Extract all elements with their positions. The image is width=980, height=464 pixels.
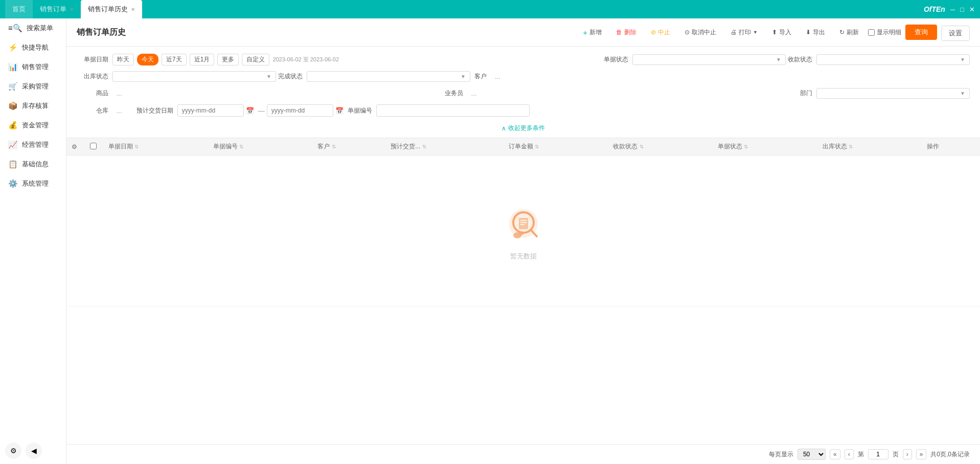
th-operation-label: 操作 xyxy=(927,143,939,150)
sort-amount-icon[interactable]: ⇅ xyxy=(535,144,539,149)
new-button[interactable]: + 新增 xyxy=(578,26,607,39)
first-page-button[interactable]: « xyxy=(830,449,840,459)
next-page-button[interactable]: › xyxy=(903,449,912,459)
th-checkbox[interactable] xyxy=(85,138,103,156)
date-btn-7days[interactable]: 近7天 xyxy=(162,54,187,65)
sidebar-item-operations-label: 经营管理 xyxy=(22,140,49,149)
page-unit-label: 页 xyxy=(893,450,899,459)
date-btn-custom[interactable]: 自定义 xyxy=(242,54,269,65)
sidebar-item-operations[interactable]: 📈 经营管理 xyxy=(0,135,66,154)
collapse-filter-btn[interactable]: ∧ 收起更多条件 xyxy=(77,122,970,135)
tab-home[interactable]: 首页 xyxy=(5,0,33,18)
date-btn-today[interactable]: 今天 xyxy=(137,54,158,65)
settings-icon[interactable]: ⚙ xyxy=(72,143,77,150)
sidebar-item-search-label: 搜索菜单 xyxy=(27,24,53,33)
page-header: 销售订单历史 + 新增 🗑 删除 ⊘ 中止 ⊙ 取消中止 xyxy=(66,18,980,47)
cancel-stop-button[interactable]: ⊙ 取消中止 xyxy=(679,26,721,39)
sidebar-collapse-btn[interactable]: ◀ xyxy=(26,443,42,459)
order-no-label: 单据编号 xyxy=(346,106,376,115)
sidebar-item-finance[interactable]: 💰 资金管理 xyxy=(0,116,66,135)
th-settings[interactable]: ⚙ xyxy=(66,138,85,156)
page-size-select[interactable]: 50 10 20 100 xyxy=(797,449,826,460)
order-status-select[interactable]: ▼ xyxy=(632,54,786,65)
sidebar-item-purchase[interactable]: 🛒 采购管理 xyxy=(0,77,66,96)
tab-sales-order-label: 销售订单 xyxy=(40,5,66,14)
calendar-from-icon[interactable]: 📅 xyxy=(244,107,256,115)
window-close[interactable]: ✕ xyxy=(969,6,975,13)
th-customer: 客户 ⇅ xyxy=(312,138,385,156)
sidebar-item-basic-label: 基础信息 xyxy=(22,160,49,169)
stop-button[interactable]: ⊘ 中止 xyxy=(646,26,675,39)
filter-row-3: 商品 ... 业务员 ... 部门 ▼ xyxy=(77,87,970,99)
sys-mgmt-icon: ⚙️ xyxy=(8,179,18,188)
empty-state: 暂无数据 xyxy=(72,160,975,302)
page-number-input[interactable] xyxy=(868,449,888,459)
select-all-checkbox[interactable] xyxy=(90,143,97,149)
sort-order-no-icon[interactable]: ⇅ xyxy=(239,144,243,149)
date-btn-1month[interactable]: 近1月 xyxy=(190,54,215,65)
collapse-up-icon: ∧ xyxy=(502,125,506,132)
date-btn-more[interactable]: 更多 xyxy=(217,54,239,65)
last-page-button[interactable]: » xyxy=(916,449,927,459)
sidebar-item-inventory[interactable]: 📦 库存核算 xyxy=(0,96,66,116)
prev-page-button[interactable]: ‹ xyxy=(845,449,854,459)
refresh-button[interactable]: ↻ 刷新 xyxy=(834,26,864,39)
quick-nav-icon: ⚡ xyxy=(8,43,18,52)
sidebar-item-finance-label: 资金管理 xyxy=(22,121,49,130)
print-arrow: ▼ xyxy=(753,30,758,35)
customer-dots[interactable]: ... xyxy=(491,71,505,82)
calendar-to-icon[interactable]: 📅 xyxy=(333,107,346,115)
query-button[interactable]: 查询 xyxy=(905,25,937,40)
warehouse-dots[interactable]: ... xyxy=(112,105,126,117)
receipt-status-label: 收款状态 xyxy=(786,55,816,64)
tab-sales-order-history[interactable]: 销售订单历史 ✕ xyxy=(81,0,142,18)
completion-status-select[interactable]: ▼ xyxy=(307,71,470,82)
window-maximize[interactable]: □ xyxy=(960,6,964,13)
date-range-text: 2023-06-02 至 2023-06-02 xyxy=(272,56,339,63)
sort-date-icon[interactable]: ⇅ xyxy=(134,144,139,149)
basic-info-icon: 📋 xyxy=(8,160,18,169)
sort-order-status-icon[interactable]: ⇅ xyxy=(744,144,748,149)
order-no-input[interactable] xyxy=(376,104,530,117)
top-bar: 首页 销售订单 ✕ 销售订单历史 ✕ OfTEn ─ □ ✕ xyxy=(0,0,980,18)
th-receipt-status-label: 收款状态 xyxy=(613,143,637,150)
data-table: ⚙ 单据日期 ⇅ 单据编号 ⇅ xyxy=(66,138,980,306)
settings-button[interactable]: 设置 xyxy=(941,26,970,41)
sidebar-item-sales[interactable]: 📊 销售管理 xyxy=(0,57,66,77)
completion-status-arrow: ▼ xyxy=(461,74,466,79)
date-to-input[interactable] xyxy=(267,104,333,117)
goods-label: 商品 xyxy=(77,89,112,98)
delete-button[interactable]: 🗑 删除 xyxy=(611,26,642,39)
department-select[interactable]: ▼ xyxy=(816,88,970,99)
salesperson-dots[interactable]: ... xyxy=(467,87,481,99)
sidebar-item-quick-nav[interactable]: ⚡ 快捷导航 xyxy=(0,38,66,57)
outbound-status-select[interactable]: ▼ xyxy=(112,71,276,82)
print-button[interactable]: 🖨 打印 ▼ xyxy=(725,26,763,39)
th-date: 单据日期 ⇅ xyxy=(103,138,208,156)
export-button[interactable]: ⬇ 导出 xyxy=(801,26,830,39)
import-button[interactable]: ⬆ 导入 xyxy=(767,26,796,39)
sidebar-item-search-menu[interactable]: ≡🔍 搜索菜单 xyxy=(0,18,66,38)
goods-dots[interactable]: ... xyxy=(112,87,126,99)
window-minimize[interactable]: ─ xyxy=(950,6,955,13)
date-btn-yesterday[interactable]: 昨天 xyxy=(112,54,134,65)
date-from-input[interactable] xyxy=(177,104,244,117)
sort-expected-delivery-icon[interactable]: ⇅ xyxy=(422,144,426,149)
show-detail-checkbox[interactable] xyxy=(868,29,875,36)
sidebar-item-basic-info[interactable]: 📋 基础信息 xyxy=(0,154,66,174)
tab-sales-order-history-close[interactable]: ✕ xyxy=(131,7,135,12)
receipt-status-select[interactable]: ▼ xyxy=(816,54,970,65)
sort-outbound-status-icon[interactable]: ⇅ xyxy=(849,144,853,149)
refresh-label: 刷新 xyxy=(847,28,859,37)
tab-sales-order-close[interactable]: ✕ xyxy=(70,7,74,12)
sidebar-settings-btn[interactable]: ⚙ xyxy=(5,443,21,459)
sort-receipt-status-icon[interactable]: ⇅ xyxy=(640,144,644,149)
sidebar-item-sys-mgmt[interactable]: ⚙️ 系统管理 xyxy=(0,174,66,193)
th-outbound-status: 出库状态 ⇅ xyxy=(817,138,922,156)
date-label: 单据日期 xyxy=(77,55,112,64)
show-detail-toggle[interactable]: 显示明细 xyxy=(868,28,901,37)
sort-customer-icon[interactable]: ⇅ xyxy=(332,144,336,149)
order-status-label: 单据状态 xyxy=(602,55,632,64)
tab-sales-order[interactable]: 销售订单 ✕ xyxy=(33,0,81,18)
th-order-status: 单据状态 ⇅ xyxy=(713,138,817,156)
